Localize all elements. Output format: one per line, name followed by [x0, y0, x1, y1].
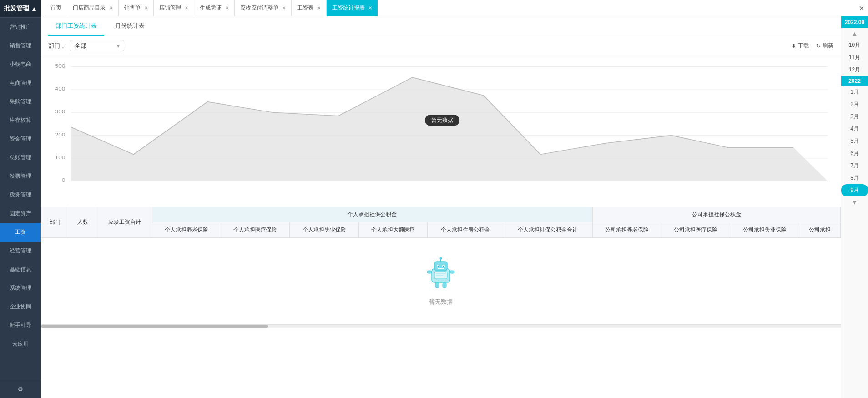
sidebar-item-ledger[interactable]: 总账管理 — [0, 148, 41, 167]
tab-home[interactable]: 首页 — [45, 0, 67, 16]
col-count: 人数 — [69, 207, 97, 238]
tab-close-sales-order[interactable]: ✕ — [144, 5, 148, 10]
calendar-month-1[interactable]: 1月 — [841, 86, 868, 98]
sidebar-logo[interactable]: 批发管理 ▲ — [0, 0, 41, 18]
download-button[interactable]: ⬇ 下载 — [792, 42, 809, 50]
tab-close-payroll-table[interactable]: ✕ — [317, 5, 321, 10]
sidebar-item-cloud[interactable]: 云应用 — [0, 335, 41, 353]
calendar-month-3[interactable]: 3月 — [841, 111, 868, 123]
tab-payroll-report[interactable]: 工资统计报表 ✕ — [327, 0, 378, 16]
chart-tooltip: 暂无数据 — [425, 115, 459, 126]
col-group-personal: 个人承担社保公积金 — [152, 207, 592, 222]
sidebar-item-marketing[interactable]: 营销推广 — [0, 18, 41, 36]
col-company-other: 公司承担 — [799, 222, 840, 238]
calendar-month-6[interactable]: 6月 — [841, 147, 868, 160]
sidebar-item-base-info[interactable]: 基础信息 — [0, 260, 41, 279]
col-total-wage: 应发工资合计 — [97, 207, 152, 238]
stats-table: 部门 人数 应发工资合计 个人承担社保公积金 公司承担社保公积金 个人承担养老保… — [41, 207, 841, 238]
tab-close-store-mgmt[interactable]: ✕ — [185, 5, 188, 10]
calendar-nav-down[interactable]: ▼ — [841, 196, 868, 207]
svg-point-17 — [438, 266, 439, 267]
dept-label: 部门： — [48, 42, 66, 50]
refresh-icon: ↻ — [816, 43, 821, 49]
tab-close-store-catalog[interactable]: ✕ — [109, 5, 113, 10]
tab-sales-order[interactable]: 销售单 ✕ — [119, 0, 154, 16]
calendar-month-2[interactable]: 2月 — [841, 98, 868, 111]
toolbar-left: 部门： 全部 — [48, 40, 124, 51]
toolbar: 部门： 全部 ⬇ 下载 ↻ 刷新 — [41, 36, 841, 55]
tab-close-payroll-report[interactable]: ✕ — [368, 5, 372, 10]
tab-bar-close-all[interactable]: ✕ — [859, 5, 864, 12]
sidebar-item-inventory[interactable]: 库存核算 — [0, 111, 41, 130]
tab-bar: 首页 门店商品目录 ✕ 销售单 ✕ 店铺管理 ✕ 生成凭证 ✕ 应收应付调整单 … — [41, 0, 868, 16]
sidebar-item-ecommerce[interactable]: 电商管理 — [0, 74, 41, 92]
empty-state: 暂无数据 — [41, 238, 841, 324]
calendar-month-12[interactable]: 12月 — [841, 64, 868, 76]
svg-text:300: 300 — [55, 108, 66, 115]
sidebar-item-fixed-assets[interactable]: 固定资产 — [0, 204, 41, 223]
main-area: 首页 门店商品目录 ✕ 销售单 ✕ 店铺管理 ✕ 生成凭证 ✕ 应收应付调整单 … — [41, 0, 868, 398]
sidebar-item-guide[interactable]: 新手引导 — [0, 316, 41, 335]
svg-rect-22 — [434, 272, 447, 279]
sidebar-item-sales[interactable]: 销售管理 — [0, 36, 41, 55]
svg-text:0: 0 — [62, 177, 66, 183]
svg-rect-25 — [427, 271, 432, 273]
calendar-month-5[interactable]: 5月 — [841, 135, 868, 147]
col-group-company: 公司承担社保公积金 — [592, 207, 840, 222]
tab-store-mgmt[interactable]: 店铺管理 ✕ — [154, 0, 194, 16]
tab-payable[interactable]: 应收应付调整单 ✕ — [235, 0, 292, 16]
sidebar-item-system[interactable]: 系统管理 — [0, 279, 41, 297]
sidebar-item-finance[interactable]: 资金管理 — [0, 130, 41, 148]
col-personal-housing: 个人承担住房公积金 — [428, 222, 503, 238]
download-icon: ⬇ — [792, 43, 796, 49]
tab-voucher[interactable]: 生成凭证 ✕ — [194, 0, 235, 16]
page-content: 部门工资统计表 月份统计表 部门： 全部 — [41, 16, 841, 398]
calendar-month-11[interactable]: 11月 — [841, 51, 868, 64]
sidebar-item-tax[interactable]: 税务管理 — [0, 186, 41, 204]
horizontal-scrollbar[interactable] — [41, 324, 841, 328]
scroll-thumb[interactable] — [41, 325, 268, 328]
chart-svg: 500 400 300 200 100 0 — [48, 63, 833, 199]
col-personal-major-medical: 个人承担大额医疗 — [358, 222, 427, 238]
col-company-medical: 公司承担医疗保险 — [661, 222, 730, 238]
svg-rect-26 — [450, 271, 454, 273]
sidebar-item-invoice[interactable]: 发票管理 — [0, 167, 41, 186]
empty-text: 暂无数据 — [429, 298, 453, 306]
col-dept: 部门 — [41, 207, 69, 238]
chart-area: 500 400 300 200 100 0 — [41, 55, 841, 207]
tab-close-payable[interactable]: ✕ — [282, 5, 286, 10]
table-area[interactable]: 部门 人数 应发工资合计 个人承担社保公积金 公司承担社保公积金 个人承担养老保… — [41, 207, 841, 398]
settings-button[interactable]: ⚙ — [0, 380, 41, 398]
dept-select[interactable]: 全部 — [70, 40, 124, 51]
calendar-month-9[interactable]: 9月 — [841, 184, 868, 196]
sidebar-item-payroll[interactable]: 工资 — [0, 223, 41, 242]
sub-tab-monthly-stats[interactable]: 月份统计表 — [108, 16, 152, 36]
sidebar-item-enterprise[interactable]: 企业协同 — [0, 297, 41, 316]
svg-point-18 — [443, 266, 444, 267]
col-personal-unemploy: 个人承担失业保险 — [290, 222, 358, 238]
calendar-month-4[interactable]: 4月 — [841, 123, 868, 135]
svg-point-20 — [440, 257, 442, 260]
svg-marker-12 — [71, 77, 828, 181]
sidebar-item-operations[interactable]: 经营管理 — [0, 242, 41, 260]
calendar-month-8[interactable]: 8月 — [841, 172, 868, 184]
calendar-year: 2022 — [841, 76, 868, 86]
toolbar-right: ⬇ 下载 ↻ 刷新 — [792, 42, 833, 50]
col-personal-total: 个人承担社保公积金合计 — [503, 222, 592, 238]
tab-payroll-table[interactable]: 工资表 ✕ — [292, 0, 327, 16]
refresh-button[interactable]: ↻ 刷新 — [816, 42, 833, 50]
tab-store-catalog[interactable]: 门店商品目录 ✕ — [67, 0, 119, 16]
sub-tab-dept-stats[interactable]: 部门工资统计表 — [48, 16, 104, 36]
calendar-month-7[interactable]: 7月 — [841, 160, 868, 172]
calendar-month-10[interactable]: 10月 — [841, 39, 868, 51]
svg-text:200: 200 — [55, 131, 66, 138]
calendar-nav-up[interactable]: ▲ — [841, 28, 868, 39]
sidebar-item-purchase[interactable]: 采购管理 — [0, 92, 41, 111]
svg-text:500: 500 — [55, 63, 66, 69]
sidebar-item-ecommerce-small[interactable]: 小畅电商 — [0, 55, 41, 74]
close-all-icon: ✕ — [859, 5, 864, 12]
tab-close-voucher[interactable]: ✕ — [225, 5, 229, 10]
col-company-unemploy: 公司承担失业保险 — [730, 222, 799, 238]
gear-icon: ⚙ — [18, 386, 23, 393]
chart-container: 500 400 300 200 100 0 — [48, 63, 833, 199]
